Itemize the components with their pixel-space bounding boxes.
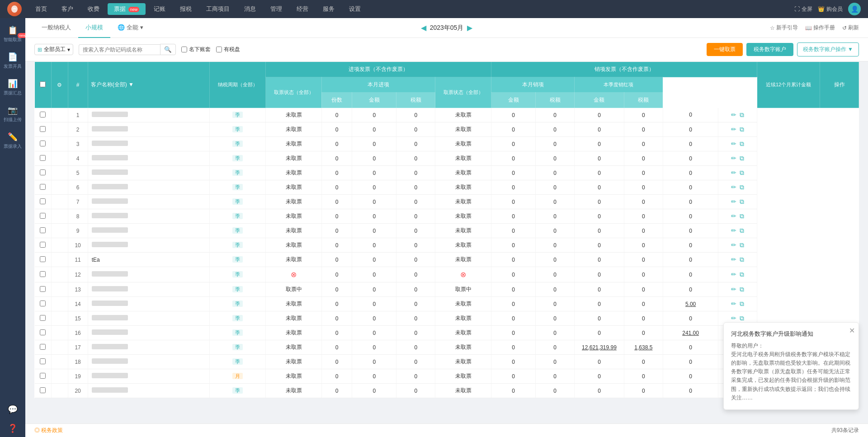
nav-fee[interactable]: 收费	[81, 3, 106, 15]
sidebar-item-message-bottom[interactable]: 💬	[0, 401, 25, 418]
copy-icon[interactable]: ⧉	[740, 271, 744, 278]
sidebar-item-summary[interactable]: 📊 票据汇总	[0, 75, 25, 100]
edit-icon[interactable]: ✏	[731, 155, 736, 162]
sidebar-item-open-invoice[interactable]: 📄 发票开具	[0, 48, 25, 73]
employee-select[interactable]: ⊞ 全部员工 ▾	[34, 44, 73, 55]
tab-general-taxpayer[interactable]: 一般纳税人	[34, 18, 78, 38]
nav-operation[interactable]: 经营	[290, 3, 315, 15]
edit-icon[interactable]: ✏	[731, 315, 736, 322]
row-checkbox[interactable]	[40, 301, 46, 306]
copy-icon[interactable]: ⧉	[740, 126, 744, 133]
row-customer-name[interactable]	[88, 282, 210, 297]
copy-icon[interactable]: ⧉	[740, 198, 744, 205]
tax-policy-link[interactable]: ◎ 税务政策	[34, 427, 63, 434]
th-customer-name[interactable]: 客户名称(全部) ▼	[88, 62, 210, 108]
row-checkbox[interactable]	[40, 242, 46, 248]
row-checkbox[interactable]	[40, 256, 46, 262]
sidebar-item-scan[interactable]: 📷 扫描上传	[0, 102, 25, 127]
row-checkbox[interactable]	[40, 227, 46, 233]
edit-icon[interactable]: ✏	[731, 212, 736, 220]
app-logo[interactable]	[7, 2, 22, 16]
edit-icon[interactable]: ✏	[731, 198, 736, 205]
copy-icon[interactable]: ⧉	[740, 300, 744, 307]
sidebar-item-help[interactable]: ❓	[0, 420, 25, 437]
row-checkbox[interactable]	[40, 112, 46, 117]
copy-icon[interactable]: ⧉	[740, 169, 744, 176]
nav-service[interactable]: 服务	[316, 3, 341, 15]
refresh-link[interactable]: ↺ 刷新	[842, 24, 859, 32]
edit-icon[interactable]: ✏	[731, 271, 736, 278]
copy-icon[interactable]: ⧉	[740, 256, 744, 263]
row-customer-name[interactable]	[88, 209, 210, 224]
select-all-checkbox[interactable]	[40, 81, 46, 87]
row-customer-name[interactable]	[88, 369, 210, 384]
row-checkbox[interactable]	[40, 213, 46, 219]
row-checkbox[interactable]	[40, 271, 46, 277]
search-button[interactable]: 🔍	[160, 44, 176, 55]
row-customer-name[interactable]	[88, 108, 210, 122]
edit-icon[interactable]: ✏	[731, 169, 736, 176]
th-output-status[interactable]: 取票状态（全部）	[435, 77, 491, 108]
row-customer-name[interactable]	[88, 267, 210, 282]
row-customer-name[interactable]	[88, 340, 210, 355]
row-checkbox[interactable]	[40, 358, 46, 364]
row-customer-name[interactable]	[88, 137, 210, 151]
copy-icon[interactable]: ⧉	[740, 286, 744, 293]
row-customer-name[interactable]	[88, 151, 210, 166]
nav-settings[interactable]: 设置	[343, 3, 367, 15]
copy-icon[interactable]: ⧉	[740, 227, 744, 234]
nav-tax[interactable]: 报税	[174, 3, 198, 15]
tab-all[interactable]: 🌐 全能 ▾	[110, 18, 151, 38]
under-account-checkbox[interactable]	[181, 47, 187, 52]
sidebar-item-smart-fetch[interactable]: 📋 智能取票 new	[0, 22, 25, 47]
th-tax-period[interactable]: 纳税周期（全部）	[210, 62, 266, 108]
edit-icon[interactable]: ✏	[731, 256, 736, 263]
nav-bookkeeping[interactable]: 记账	[147, 3, 172, 15]
copy-icon[interactable]: ⧉	[740, 241, 744, 249]
nav-invoice[interactable]: 票据 new	[108, 3, 146, 15]
row-customer-name[interactable]	[88, 384, 210, 398]
edit-icon[interactable]: ✏	[731, 286, 736, 293]
search-input[interactable]	[79, 44, 160, 55]
copy-icon[interactable]: ⧉	[740, 111, 744, 118]
row-checkbox[interactable]	[40, 329, 46, 335]
row-customer-name[interactable]	[88, 326, 210, 340]
edit-icon[interactable]: ✏	[731, 241, 736, 249]
edit-icon[interactable]: ✏	[731, 183, 736, 191]
edit-icon[interactable]: ✏	[731, 126, 736, 133]
row-checkbox[interactable]	[40, 315, 46, 321]
next-month-button[interactable]: ▶	[467, 23, 472, 32]
row-checkbox[interactable]	[40, 184, 46, 190]
has-tax-disk-checkbox-label[interactable]: 有税盘	[216, 46, 240, 53]
notification-close-button[interactable]: ✕	[849, 326, 855, 335]
row-checkbox[interactable]	[40, 198, 46, 204]
row-checkbox[interactable]	[40, 169, 46, 175]
nav-commerce[interactable]: 工商项目	[200, 3, 236, 15]
copy-icon[interactable]: ⧉	[740, 212, 744, 220]
new-guide-link[interactable]: ☆ 新手引导	[770, 24, 798, 32]
copy-icon[interactable]: ⧉	[740, 140, 744, 147]
nav-home[interactable]: 首页	[29, 3, 53, 15]
edit-icon[interactable]: ✏	[731, 227, 736, 234]
row-customer-name[interactable]	[88, 166, 210, 180]
row-customer-name[interactable]: tEa	[88, 253, 210, 267]
row-checkbox[interactable]	[40, 387, 46, 393]
row-customer-name[interactable]	[88, 180, 210, 195]
has-tax-disk-checkbox[interactable]	[216, 47, 222, 52]
nav-manage[interactable]: 管理	[264, 3, 288, 15]
sidebar-item-entry[interactable]: ✏️ 票据录入	[0, 128, 25, 153]
member-button[interactable]: 👑 购会员	[818, 5, 843, 13]
row-customer-name[interactable]	[88, 311, 210, 326]
row-checkbox[interactable]	[40, 141, 46, 146]
row-customer-name[interactable]	[88, 297, 210, 311]
prev-month-button[interactable]: ◀	[421, 23, 426, 32]
under-account-checkbox-label[interactable]: 名下账套	[181, 46, 211, 53]
user-avatar[interactable]: 👤	[848, 3, 861, 15]
row-customer-name[interactable]	[88, 238, 210, 253]
fullscreen-button[interactable]: ⛶ 全屏	[794, 5, 812, 13]
copy-icon[interactable]: ⧉	[740, 155, 744, 162]
row-checkbox[interactable]	[40, 286, 46, 292]
edit-icon[interactable]: ✏	[731, 300, 736, 307]
row-customer-name[interactable]	[88, 122, 210, 137]
manual-link[interactable]: 📖 操作手册	[805, 24, 835, 32]
